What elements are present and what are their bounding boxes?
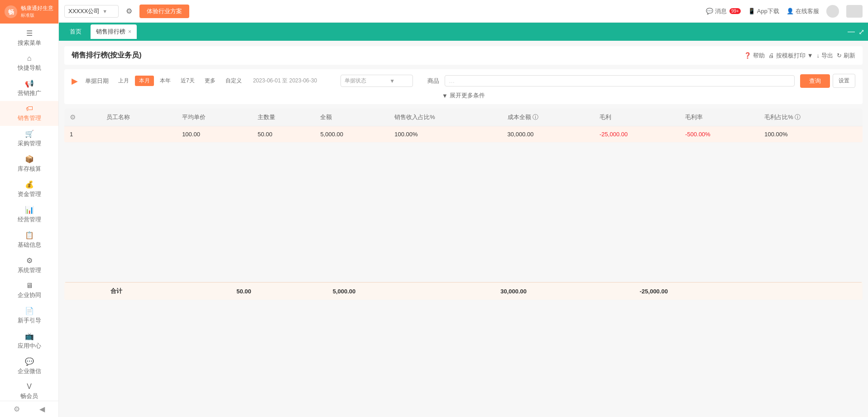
cell-avg-price: 100.00 bbox=[177, 126, 252, 143]
col-name: 员工名称 bbox=[101, 109, 177, 126]
date-filter-label: 单据日期 bbox=[85, 77, 109, 85]
cell-sales-pct: 100.00% bbox=[389, 126, 502, 143]
sidebar-item-inventory[interactable]: 📦 库存核算 bbox=[0, 151, 58, 177]
date-range-display: 2023-06-01 至 2023-06-30 bbox=[253, 77, 317, 85]
app-download-button[interactable]: 📱 App下载 bbox=[748, 7, 779, 15]
tab-close-icon[interactable]: × bbox=[128, 29, 131, 35]
service-icon: 👤 bbox=[786, 8, 794, 14]
tab-maximize-icon[interactable]: ⤢ bbox=[858, 28, 864, 36]
help-icon: ❓ bbox=[744, 52, 751, 59]
print-button[interactable]: 🖨 按模板打印 ▼ bbox=[768, 52, 813, 60]
table-row: 1 100.00 50.00 5,000.00 100.00% 30,000.0… bbox=[64, 126, 863, 143]
cell-rank: 1 bbox=[64, 126, 101, 143]
col-main-qty: 主数量 bbox=[252, 109, 315, 126]
sidebar-item-system[interactable]: ⚙ 系统管理 bbox=[0, 253, 58, 278]
filter-toggle-icon[interactable]: ▶ bbox=[72, 76, 78, 86]
cell-cost: 30,000.00 bbox=[502, 126, 594, 143]
search-menu-icon: ☰ bbox=[26, 29, 33, 38]
cell-profit: -25,000.00 bbox=[594, 126, 680, 143]
sidebar-item-operations[interactable]: 📊 经营管理 bbox=[0, 202, 58, 227]
inventory-icon: 📦 bbox=[25, 155, 34, 163]
dropdown-arrow-icon: ▼ bbox=[102, 9, 107, 14]
message-button[interactable]: 💬 消息 99+ bbox=[706, 7, 741, 15]
date-btn-this-year[interactable]: 本年 bbox=[156, 76, 175, 86]
page-title: 销售排行榜(按业务员) bbox=[72, 51, 142, 60]
date-buttons: 上月 本月 本年 近7天 更多 自定义 bbox=[114, 76, 246, 86]
sidebar-item-guide[interactable]: 📄 新手引导 bbox=[0, 303, 58, 328]
col-profit-pct: 毛利占比% ⓘ bbox=[759, 109, 863, 126]
content-area: 销售排行榜(按业务员) ❓ 帮助 🖨 按模板打印 ▼ ↓ 导出 ↻ 刷新 bbox=[59, 41, 868, 417]
footer-avg-price bbox=[190, 283, 231, 300]
try-industry-button[interactable]: 体验行业方案 bbox=[139, 5, 189, 18]
query-button[interactable]: 查询 bbox=[800, 74, 830, 88]
footer-label: 合计 bbox=[105, 283, 190, 300]
footer-profit-rate bbox=[781, 283, 822, 300]
avatar[interactable] bbox=[826, 5, 839, 18]
member-icon: V bbox=[27, 383, 32, 391]
message-icon: 💬 bbox=[706, 8, 713, 14]
sidebar-item-quicknav[interactable]: ⌂ 快捷导航 bbox=[0, 51, 58, 76]
cell-main-qty: 50.00 bbox=[252, 126, 315, 143]
export-button[interactable]: ↓ 导出 bbox=[817, 52, 834, 60]
sidebar-item-basic-info[interactable]: 📋 基础信息 bbox=[0, 227, 58, 253]
footer-main-qty: 50.00 bbox=[231, 283, 327, 300]
sidebar-item-member[interactable]: V 畅会员 bbox=[0, 379, 58, 401]
goods-filter-label: 商品 bbox=[427, 77, 439, 85]
footer-table: 合计 50.00 5,000.00 30,000.00 -25,000.00 bbox=[64, 282, 863, 300]
company-selector[interactable]: XXXXX公司 ▼ bbox=[64, 5, 119, 18]
sidebar-item-enterprise[interactable]: 🖥 企业协同 bbox=[0, 278, 58, 303]
sidebar-item-finance[interactable]: 💰 资金管理 bbox=[0, 177, 58, 202]
sidebar-item-sales[interactable]: 🏷 销售管理 bbox=[0, 101, 58, 126]
date-btn-7days[interactable]: 近7天 bbox=[177, 76, 199, 86]
tab-minimize-icon[interactable]: — bbox=[848, 28, 855, 36]
header-actions: ❓ 帮助 🖨 按模板打印 ▼ ↓ 导出 ↻ 刷新 bbox=[744, 52, 855, 60]
date-btn-this-month[interactable]: 本月 bbox=[135, 76, 154, 86]
filter-settings-button[interactable]: 设置 bbox=[833, 74, 855, 88]
sidebar-item-app-center[interactable]: 📺 应用中心 bbox=[0, 328, 58, 354]
topbar-gear-button[interactable]: ⚙ bbox=[122, 5, 136, 18]
user-menu[interactable] bbox=[846, 5, 863, 18]
refresh-button[interactable]: ↻ 刷新 bbox=[837, 52, 855, 60]
col-amount: 全额 bbox=[315, 109, 389, 126]
system-icon: ⚙ bbox=[26, 256, 33, 265]
filter-actions: 查询 设置 bbox=[800, 74, 855, 88]
sidebar-item-search[interactable]: ☰ 搜索菜单 bbox=[0, 25, 58, 51]
sidebar-item-marketing[interactable]: 📢 营销推广 bbox=[0, 76, 58, 101]
cell-profit-rate: -500.00% bbox=[680, 126, 759, 143]
topbar: XXXXX公司 ▼ ⚙ 体验行业方案 💬 消息 99+ 📱 App下载 👤 在线… bbox=[59, 0, 868, 23]
col-sales-pct: 销售收入占比% bbox=[389, 109, 502, 126]
date-btn-more[interactable]: 更多 bbox=[201, 76, 220, 86]
date-btn-last-month[interactable]: 上月 bbox=[114, 76, 133, 86]
col-settings[interactable]: ⚙ bbox=[64, 109, 101, 126]
expand-more-button[interactable]: ▼ 展开更多条件 bbox=[72, 91, 855, 100]
message-badge: 99+ bbox=[729, 8, 741, 14]
tab-bar-right: — ⤢ bbox=[848, 28, 864, 36]
status-filter[interactable]: 单据状态 ▼ bbox=[340, 75, 413, 87]
footer-settings-cell bbox=[64, 283, 105, 300]
home-icon: ⌂ bbox=[27, 54, 32, 62]
sales-icon: 🏷 bbox=[26, 105, 33, 113]
tab-sales-ranking[interactable]: 销售排行榜 × bbox=[91, 24, 137, 39]
sidebar-item-wechat[interactable]: 💬 企业微信 bbox=[0, 354, 58, 379]
operations-icon: 📊 bbox=[25, 206, 34, 214]
online-service-button[interactable]: 👤 在线客服 bbox=[786, 7, 819, 15]
settings-button[interactable]: ⚙ bbox=[14, 405, 20, 413]
footer-profit: -25,000.00 bbox=[634, 283, 781, 300]
basic-info-icon: 📋 bbox=[25, 231, 34, 240]
expand-icon: ▼ bbox=[442, 92, 448, 99]
main-area: XXXXX公司 ▼ ⚙ 体验行业方案 💬 消息 99+ 📱 App下载 👤 在线… bbox=[59, 0, 868, 417]
tab-home[interactable]: 首页 bbox=[62, 23, 89, 41]
app-center-icon: 📺 bbox=[25, 332, 34, 340]
date-btn-custom[interactable]: 自定义 bbox=[221, 76, 246, 86]
refresh-icon: ↻ bbox=[837, 52, 842, 59]
col-cost: 成本全额 ⓘ bbox=[502, 109, 594, 126]
goods-input[interactable]: … bbox=[445, 75, 795, 86]
help-button[interactable]: ❓ 帮助 bbox=[744, 52, 765, 60]
sidebar-item-purchase[interactable]: 🛒 采购管理 bbox=[0, 126, 58, 151]
status-dropdown-icon: ▼ bbox=[389, 78, 409, 84]
table-footer-container: 合计 50.00 5,000.00 30,000.00 -25,000.00 bbox=[64, 282, 863, 300]
cell-amount: 5,000.00 bbox=[315, 126, 389, 143]
footer-row: 合计 50.00 5,000.00 30,000.00 -25,000.00 bbox=[64, 283, 863, 300]
collapse-button[interactable]: ◀ bbox=[39, 405, 45, 413]
footer-cost: 30,000.00 bbox=[495, 283, 634, 300]
